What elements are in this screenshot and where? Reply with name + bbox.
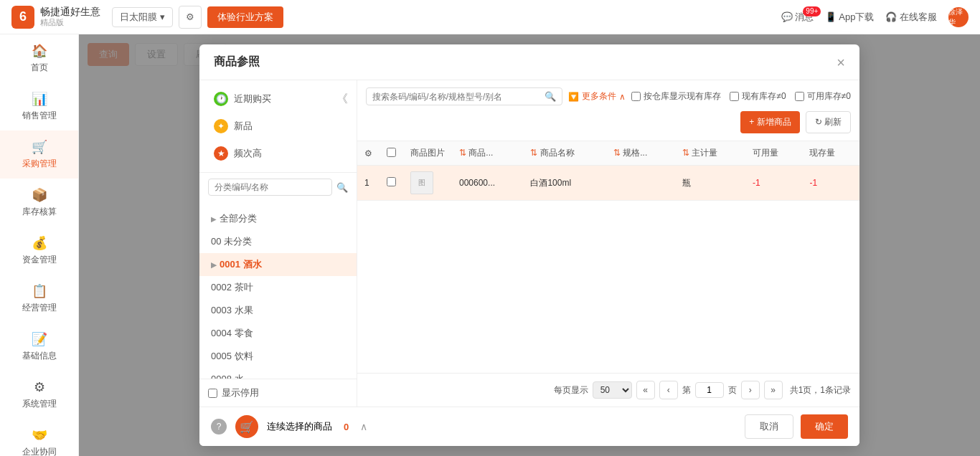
- search-icon[interactable]: 🔍: [545, 91, 556, 102]
- message-badge: 99+: [803, 6, 821, 16]
- app-download-link[interactable]: 📱 App下载: [825, 11, 874, 24]
- table-row[interactable]: 1 图 000600... 白酒100ml 瓶 -1: [357, 166, 859, 201]
- system-icon: ⚙: [34, 379, 45, 395]
- arrow-icon: ▶: [211, 215, 217, 223]
- collapse-selection-button[interactable]: ∧: [360, 421, 367, 432]
- modal-header: 商品参照 ×: [199, 44, 859, 80]
- row-stock: -1: [802, 166, 859, 201]
- sidebar-item-finance[interactable]: 💰 资金管理: [0, 227, 78, 275]
- col-code-header[interactable]: ⇅ 商品...: [452, 141, 523, 166]
- select-all-checkbox[interactable]: [387, 148, 396, 157]
- operations-icon: 📋: [32, 283, 47, 299]
- refresh-button[interactable]: ↻ 刷新: [806, 111, 851, 133]
- available-filter[interactable]: 现有库存≠0: [730, 90, 786, 103]
- confirm-button[interactable]: 确定: [801, 414, 848, 439]
- experience-button[interactable]: 体验行业方案: [207, 6, 283, 28]
- new-product-icon: ✦: [214, 119, 228, 133]
- row-unit: 瓶: [675, 166, 745, 201]
- sidebar-item-enterprise[interactable]: 🤝 企业协同: [0, 419, 78, 456]
- collapse-left-button[interactable]: 《: [336, 92, 348, 107]
- modal-title: 商品参照: [214, 54, 260, 70]
- show-disabled-input[interactable]: [208, 389, 217, 398]
- usable-filter[interactable]: 可用库存≠0: [795, 90, 851, 103]
- quick-item-frequent[interactable]: ★ 频次高: [208, 142, 348, 165]
- category-tea[interactable]: 0002 茶叶: [199, 276, 357, 299]
- logo-icon: 6: [11, 6, 34, 29]
- category-search-icon[interactable]: 🔍: [336, 182, 348, 193]
- service-link[interactable]: 🎧 在线客服: [885, 11, 937, 24]
- page-next-button[interactable]: ›: [741, 381, 760, 399]
- message-icon: 💬: [781, 11, 793, 22]
- col-unit-header[interactable]: ⇅ 主计量: [675, 141, 745, 166]
- sales-icon: 📊: [32, 91, 47, 107]
- main-area: 查询 设置 刷新 商品参照 × 🕐 近期购: [79, 34, 980, 456]
- category-beverage[interactable]: 0005 饮料: [199, 345, 357, 368]
- sidebar-item-inventory[interactable]: 📦 库存核算: [0, 179, 78, 227]
- sort-icon: ⇅: [613, 148, 621, 158]
- phone-icon: 📱: [825, 11, 837, 22]
- sidebar-item-operations[interactable]: 📋 经营管理: [0, 275, 78, 323]
- per-page-select[interactable]: 50 100 200: [593, 381, 632, 399]
- product-search-input[interactable]: [372, 92, 542, 102]
- settings-button[interactable]: ⚙: [179, 6, 202, 29]
- available-checkbox[interactable]: [730, 92, 739, 101]
- message-badge-wrap[interactable]: 💬 99+ 消息: [781, 11, 814, 24]
- col-name-header[interactable]: ⇅ 商品名称: [523, 141, 606, 166]
- product-image: 图: [410, 171, 433, 194]
- modal-body: 🕐 近期购买 《 ✦ 新品 ★ 频次高: [199, 80, 859, 407]
- table-head: ⚙ 商品图片 ⇅ 商品...: [357, 141, 859, 166]
- left-panel-top: 🕐 近期购买 《 ✦ 新品 ★ 频次高: [199, 80, 357, 173]
- page-total: 共1页，1条记录: [790, 384, 851, 396]
- col-spec-header[interactable]: ⇅ 规格...: [606, 141, 675, 166]
- left-panel: 🕐 近期购买 《 ✦ 新品 ★ 频次高: [199, 80, 357, 407]
- nav-right: 💬 99+ 消息 📱 App下载 🎧 在线客服 徐泽华: [781, 7, 969, 27]
- category-fruit[interactable]: 0003 水果: [199, 299, 357, 322]
- sidebar-item-sales[interactable]: 📊 销售管理: [0, 82, 78, 130]
- show-disabled-checkbox[interactable]: 显示停用: [208, 386, 348, 399]
- product-reference-modal: 商品参照 × 🕐 近期购买 《: [199, 44, 859, 446]
- sidebar-item-system[interactable]: ⚙ 系统管理: [0, 371, 78, 419]
- arrow-icon: ▶: [211, 261, 217, 269]
- avatar[interactable]: 徐泽华: [948, 7, 969, 27]
- usable-checkbox[interactable]: [795, 92, 804, 101]
- quick-item-recent[interactable]: 🕐 近期购买: [208, 87, 277, 110]
- category-all[interactable]: ▶ 全部分类: [199, 207, 357, 230]
- category-alcohol[interactable]: ▶ 0001 酒水: [199, 253, 357, 276]
- cart-icon: 🛒: [240, 420, 254, 434]
- add-product-button[interactable]: + 新增商品: [740, 111, 799, 133]
- category-water[interactable]: 0008 水: [199, 368, 357, 379]
- category-search-input[interactable]: [208, 179, 332, 196]
- row-checkbox[interactable]: [387, 177, 396, 186]
- quick-item-new[interactable]: ✦ 新品: [208, 115, 348, 138]
- company-selector[interactable]: 日太阳膜 ▾: [112, 7, 173, 27]
- warehouse-filter[interactable]: 按仓库显示现有库存: [631, 90, 721, 103]
- cart-button[interactable]: 🛒: [235, 415, 258, 438]
- row-index: 1: [357, 166, 380, 201]
- help-button[interactable]: ?: [211, 419, 227, 434]
- cancel-button[interactable]: 取消: [745, 414, 793, 439]
- category-uncategorized[interactable]: 00 未分类: [199, 230, 357, 253]
- filter-checkboxes: 按仓库显示现有库存 现有库存≠0 可用库存≠0: [631, 90, 851, 103]
- page-prev-button[interactable]: ‹: [659, 381, 678, 399]
- logo-area: 6 畅捷通好生意 精品版: [11, 6, 100, 29]
- row-img-cell: 图: [403, 166, 452, 201]
- brand-text: 畅捷通好生意 精品版: [40, 6, 100, 29]
- page-last-button[interactable]: »: [764, 381, 783, 399]
- col-settings[interactable]: ⚙: [357, 141, 380, 166]
- modal-close-button[interactable]: ×: [837, 55, 845, 70]
- sort-icon: ⇅: [459, 148, 466, 158]
- sidebar-item-basic-info[interactable]: 📝 基础信息: [0, 323, 78, 371]
- page-first-button[interactable]: «: [636, 381, 655, 399]
- sidebar-item-purchase[interactable]: 🛒 采购管理: [0, 130, 78, 179]
- row-spec: [606, 166, 675, 201]
- more-filter-button[interactable]: 🔽 更多条件 ∧: [568, 90, 626, 103]
- category-snack[interactable]: 0004 零食: [199, 322, 357, 345]
- row-checkbox-cell: [380, 166, 403, 201]
- sidebar-item-home[interactable]: 🏠 首页: [0, 34, 78, 82]
- selected-label: 连续选择的商品: [267, 420, 332, 433]
- footer-actions: 取消 确定: [745, 414, 848, 439]
- table-header-row: ⚙ 商品图片 ⇅ 商品...: [357, 141, 859, 166]
- info-icon: 📝: [32, 331, 47, 347]
- page-number-input[interactable]: [695, 382, 724, 398]
- warehouse-checkbox[interactable]: [631, 92, 641, 101]
